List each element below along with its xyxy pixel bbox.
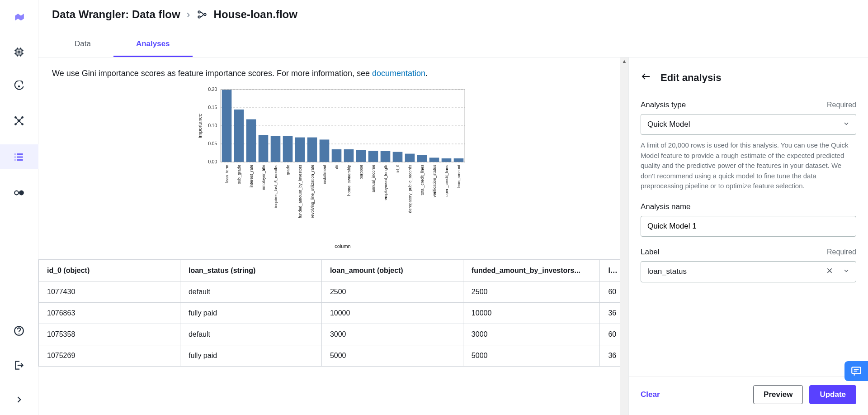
svg-point-31 <box>198 16 200 18</box>
clear-selection-icon[interactable] <box>826 267 833 277</box>
documentation-link[interactable]: documentation <box>372 69 425 78</box>
svg-rect-81 <box>453 158 463 162</box>
analysis-type-label: Analysis type <box>641 100 686 110</box>
svg-point-29 <box>19 333 19 334</box>
svg-rect-69 <box>380 151 390 162</box>
svg-point-27 <box>19 191 24 196</box>
column-header[interactable]: loan_amount (object) <box>321 260 463 281</box>
required-hint: Required <box>827 101 856 109</box>
back-arrow-icon[interactable] <box>641 71 651 85</box>
column-header[interactable]: loan_status (string) <box>180 260 321 281</box>
svg-point-30 <box>198 11 200 13</box>
data-preview-table: id_0 (object)loan_status (string)loan_am… <box>38 260 628 367</box>
feedback-button[interactable] <box>844 361 868 381</box>
logo-icon[interactable] <box>13 11 25 24</box>
update-button[interactable]: Update <box>809 385 856 404</box>
svg-rect-43 <box>222 90 231 162</box>
refresh-icon[interactable] <box>13 80 25 93</box>
svg-text:funded_amount_by_investors: funded_amount_by_investors <box>297 165 302 219</box>
svg-text:0.20: 0.20 <box>208 87 217 92</box>
svg-text:importance: importance <box>197 114 203 138</box>
svg-rect-75 <box>417 155 427 162</box>
panel-title: Edit analysis <box>660 72 722 84</box>
svg-rect-0 <box>16 49 22 55</box>
table-row[interactable]: 1075358default3000300060 <box>39 324 628 345</box>
edit-analysis-panel: Edit analysis Analysis type Required Qui… <box>628 57 868 415</box>
tab-data[interactable]: Data <box>52 31 113 57</box>
svg-rect-77 <box>429 157 439 162</box>
chevron-down-icon <box>843 120 849 129</box>
column-header[interactable]: funded_amount_by_investors... <box>463 260 600 281</box>
analysis-name-label: Analysis name <box>641 202 691 211</box>
svg-line-17 <box>19 117 23 121</box>
svg-line-16 <box>15 117 19 121</box>
svg-text:annual_income: annual_income <box>371 165 375 192</box>
svg-text:employer_title: employer_title <box>261 165 265 190</box>
svg-text:derogatory_public_records: derogatory_public_records <box>407 165 412 213</box>
table-row[interactable]: 1077430default2500250060 <box>39 281 628 303</box>
clear-link[interactable]: Clear <box>641 390 660 399</box>
tab-analyses[interactable]: Analyses <box>113 31 193 57</box>
svg-rect-86 <box>852 367 861 373</box>
breadcrumb-root[interactable]: Data Wrangler: Data flow <box>52 8 180 21</box>
svg-rect-47 <box>246 119 256 162</box>
svg-text:loan_amount: loan_amount <box>456 165 461 189</box>
svg-text:home_ownership: home_ownership <box>346 165 351 196</box>
required-hint: Required <box>827 248 856 256</box>
label-field-label: Label <box>641 248 660 257</box>
svg-point-26 <box>14 191 19 195</box>
chip-icon[interactable] <box>13 46 25 58</box>
feature-importance-chart: 0.000.050.100.150.20loan_termsub_gradein… <box>193 85 474 253</box>
chevron-right-icon: › <box>187 8 190 21</box>
expand-icon[interactable] <box>13 393 25 406</box>
svg-rect-65 <box>356 150 366 162</box>
svg-text:open_credit_lines: open_credit_lines <box>444 165 448 197</box>
svg-rect-49 <box>258 135 268 162</box>
analysis-type-hint: A limit of 20,000 rows is used for this … <box>641 140 856 191</box>
svg-line-19 <box>19 121 23 124</box>
left-nav-rail <box>0 0 38 415</box>
column-header[interactable]: id_0 (object) <box>39 260 180 281</box>
outer-scrollbar[interactable]: ▲ <box>620 57 628 415</box>
label-select[interactable]: loan_status <box>641 261 856 282</box>
svg-rect-55 <box>295 138 305 162</box>
list-icon[interactable] <box>0 144 38 169</box>
preview-button[interactable]: Preview <box>753 385 803 404</box>
svg-rect-1 <box>18 51 20 53</box>
svg-text:dti: dti <box>334 165 339 169</box>
chevron-down-icon <box>843 267 849 276</box>
svg-text:installment: installment <box>322 165 326 185</box>
help-icon[interactable] <box>13 324 25 337</box>
svg-text:employment_length: employment_length <box>383 165 387 200</box>
breadcrumb-file: House-loan.flow <box>214 8 297 21</box>
tabs: Data Analyses <box>38 31 868 57</box>
main-content: We use Gini importance scores as feature… <box>38 57 628 415</box>
description: We use Gini importance scores as feature… <box>38 57 628 81</box>
shapes-icon[interactable] <box>13 186 25 199</box>
svg-text:purpose: purpose <box>359 165 363 180</box>
analysis-name-input[interactable] <box>641 216 856 237</box>
svg-text:column: column <box>335 243 350 249</box>
svg-text:0.05: 0.05 <box>208 141 217 146</box>
svg-text:loan_term: loan_term <box>224 165 229 183</box>
logout-icon[interactable] <box>13 359 25 372</box>
svg-rect-71 <box>392 152 402 162</box>
svg-rect-73 <box>405 154 415 162</box>
svg-point-32 <box>204 14 206 16</box>
analysis-type-select[interactable]: Quick Model <box>641 114 856 135</box>
table-row[interactable]: 1075269fully paid5000500036 <box>39 345 628 367</box>
svg-text:0.10: 0.10 <box>208 123 217 128</box>
svg-text:interest_rate: interest_rate <box>249 165 253 187</box>
table-row[interactable]: 1076863fully paid100001000036 <box>39 303 628 324</box>
svg-text:verification_status: verification_status <box>432 165 436 198</box>
svg-text:0.15: 0.15 <box>208 105 217 110</box>
svg-text:total_credit_lines: total_credit_lines <box>420 165 424 196</box>
flow-icon <box>197 10 208 19</box>
svg-text:sub_grade: sub_grade <box>236 165 241 184</box>
svg-rect-63 <box>344 149 354 162</box>
graph-icon[interactable] <box>13 114 25 127</box>
svg-line-18 <box>15 121 19 124</box>
svg-rect-45 <box>234 110 244 162</box>
svg-rect-67 <box>368 151 378 162</box>
svg-text:grade: grade <box>285 165 290 175</box>
